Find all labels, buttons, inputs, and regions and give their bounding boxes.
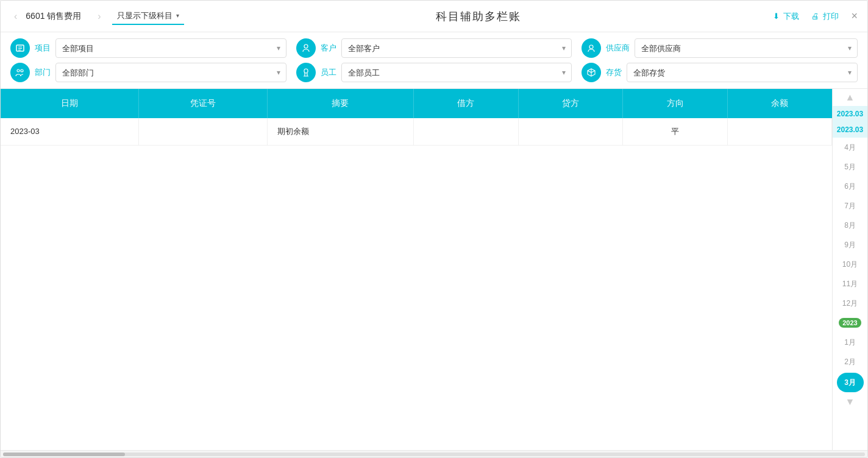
table-area[interactable]: 日期 凭证号 摘要 借方 贷方 方向 余额 2023-03 期初余额 <box>1 89 832 450</box>
col-voucher: 凭证号 <box>138 89 267 118</box>
project-select[interactable]: 全部项目 <box>55 38 286 58</box>
show-sub-account-button[interactable]: 只显示下级科目 ▾ <box>112 8 184 25</box>
employee-filter: 员工 全部员工 <box>296 63 572 82</box>
timeline-header-1[interactable]: 2023.03 <box>833 106 867 122</box>
employee-label: 员工 <box>321 67 336 78</box>
inventory-select-wrapper: 全部存货 <box>627 63 858 82</box>
project-filter: 项目 全部项目 <box>10 38 286 58</box>
data-table: 日期 凭证号 摘要 借方 贷方 方向 余额 2023-03 期初余额 <box>1 89 832 146</box>
show-sub-label: 只显示下级科目 <box>117 10 173 21</box>
employee-icon <box>296 63 316 82</box>
timeline-up-button[interactable]: ▲ <box>833 89 867 106</box>
timeline-item-12[interactable]: 12月 <box>833 294 867 313</box>
chevron-down-icon: ▾ <box>176 12 179 19</box>
col-balance: 余额 <box>728 89 832 118</box>
prev-account-button[interactable]: ‹ <box>10 9 21 24</box>
col-summary: 摘要 <box>268 89 414 118</box>
employee-select-wrapper: 全部员工 <box>341 63 572 82</box>
customer-select[interactable]: 全部客户 <box>341 38 572 58</box>
print-icon: 🖨 <box>811 12 819 21</box>
filter-bar: 项目 全部项目 客户 全部客户 <box>1 32 867 89</box>
account-code-label: 6601 销售费用 <box>21 11 94 22</box>
timeline-item-1[interactable]: 1月 <box>833 333 867 352</box>
timeline-item-6[interactable]: 6月 <box>833 177 867 196</box>
supplier-label: 供应商 <box>606 43 630 54</box>
svg-point-6 <box>21 69 23 72</box>
svg-rect-7 <box>304 69 308 73</box>
timeline-panel: ▲ 2023.03 2023.03 4月 5月 6月 7月 8月 9月 10月 … <box>832 89 867 450</box>
cell-credit <box>518 118 623 145</box>
print-label: 打印 <box>823 11 839 22</box>
timeline-item-11[interactable]: 11月 <box>833 274 867 294</box>
cell-voucher <box>138 118 267 145</box>
svg-point-5 <box>17 69 20 72</box>
next-account-button[interactable]: › <box>94 9 104 24</box>
download-button[interactable]: ⬇ 下载 <box>773 11 799 22</box>
col-date: 日期 <box>1 89 138 118</box>
timeline-item-8[interactable]: 8月 <box>833 216 867 235</box>
horizontal-scrollbar[interactable] <box>1 450 867 457</box>
inventory-filter: 存货 全部存货 <box>582 63 858 82</box>
title-bar: ‹ 6601 销售费用 › 只显示下级科目 ▾ 科目辅助多栏账 ⬇ 下载 🖨 打… <box>1 1 867 32</box>
supplier-select-wrapper: 全部供应商 <box>635 38 858 58</box>
inventory-label: 存货 <box>606 67 622 78</box>
table-row: 2023-03 期初余额 平 <box>1 118 832 145</box>
download-icon: ⬇ <box>773 12 780 21</box>
dept-select[interactable]: 全部部门 <box>55 63 286 82</box>
close-button[interactable]: × <box>851 10 858 23</box>
dept-icon <box>10 63 30 82</box>
cell-date: 2023-03 <box>1 118 138 145</box>
svg-point-4 <box>589 45 593 49</box>
scrollbar-thumb[interactable] <box>3 453 125 456</box>
timeline-item-2[interactable]: 2月 <box>833 352 867 372</box>
supplier-select[interactable]: 全部供应商 <box>635 38 858 58</box>
dept-select-wrapper: 全部部门 <box>55 63 286 82</box>
year-badge: 2023 <box>839 318 861 328</box>
main-content: 日期 凭证号 摘要 借方 贷方 方向 余额 2023-03 期初余额 <box>1 89 867 450</box>
dept-label: 部门 <box>35 67 51 78</box>
cell-summary: 期初余额 <box>268 118 414 145</box>
timeline-item-5[interactable]: 5月 <box>833 157 867 177</box>
project-label: 项目 <box>35 43 51 54</box>
print-button[interactable]: 🖨 打印 <box>811 11 839 22</box>
col-credit: 贷方 <box>518 89 623 118</box>
page-title: 科目辅助多栏账 <box>184 9 774 24</box>
customer-select-wrapper: 全部客户 <box>341 38 572 58</box>
col-debit: 借方 <box>413 89 518 118</box>
inventory-select[interactable]: 全部存货 <box>627 63 858 82</box>
main-window: ‹ 6601 销售费用 › 只显示下级科目 ▾ 科目辅助多栏账 ⬇ 下载 🖨 打… <box>0 0 868 458</box>
download-label: 下载 <box>783 11 799 22</box>
table-header-row: 日期 凭证号 摘要 借方 贷方 方向 余额 <box>1 89 832 118</box>
toolbar-buttons: ⬇ 下载 🖨 打印 <box>773 11 839 22</box>
supplier-filter: 供应商 全部供应商 <box>582 38 858 58</box>
timeline-down-button[interactable]: ▼ <box>833 393 867 410</box>
timeline-year-2023[interactable]: 2023 <box>833 313 867 333</box>
scrollbar-track <box>3 453 865 456</box>
project-select-wrapper: 全部项目 <box>55 38 286 58</box>
timeline-item-4[interactable]: 4月 <box>833 138 867 157</box>
timeline-item-9[interactable]: 9月 <box>833 235 867 255</box>
employee-select[interactable]: 全部员工 <box>341 63 572 82</box>
timeline-item-10[interactable]: 10月 <box>833 255 867 274</box>
project-icon <box>10 38 30 58</box>
supplier-icon <box>582 38 601 58</box>
timeline-item-7[interactable]: 7月 <box>833 196 867 216</box>
customer-filter: 客户 全部客户 <box>296 38 572 58</box>
customer-icon <box>296 38 316 58</box>
filter-row-2: 部门 全部部门 员工 <box>10 63 858 82</box>
cell-debit <box>413 118 518 145</box>
filter-row-1: 项目 全部项目 客户 全部客户 <box>10 38 858 58</box>
timeline-item-3-active[interactable]: 3月 <box>837 373 864 392</box>
cell-balance <box>728 118 832 145</box>
timeline-header-2[interactable]: 2023.03 <box>833 122 867 138</box>
cell-direction: 平 <box>623 118 728 145</box>
customer-label: 客户 <box>321 43 336 54</box>
dept-filter: 部门 全部部门 <box>10 63 286 82</box>
col-direction: 方向 <box>623 89 728 118</box>
inventory-icon <box>582 63 601 82</box>
